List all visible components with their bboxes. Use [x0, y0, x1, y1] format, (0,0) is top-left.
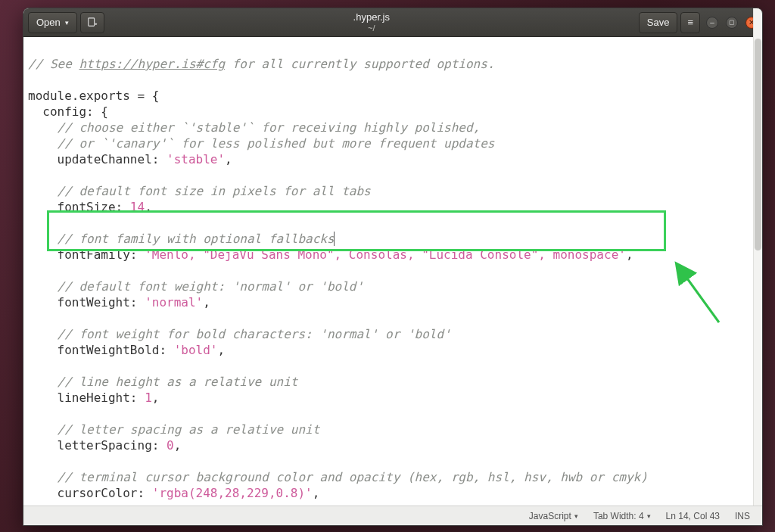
- open-button[interactable]: Open ▾: [28, 12, 77, 33]
- code-line: // default font weight: 'normal' or 'bol…: [28, 279, 363, 294]
- code-line: module.exports = {: [28, 89, 159, 103]
- language-selector[interactable]: JavaScript ▾: [524, 511, 583, 521]
- code-line: // terminal cursor background color and …: [28, 470, 648, 484]
- new-document-icon: [87, 17, 98, 28]
- scrollbar-thumb[interactable]: [755, 39, 761, 250]
- new-document-button[interactable]: [80, 12, 104, 33]
- code-line: updateChannel: 'stable',: [28, 152, 232, 166]
- code-line: // font weight for bold characters: 'nor…: [28, 327, 451, 341]
- maximize-button[interactable]: ▢: [726, 17, 738, 29]
- code-line: fontWeightBold: 'bold',: [28, 343, 225, 357]
- cursor-label: Ln 14, Col 43: [666, 511, 720, 521]
- code-line: fontSize: 14,: [28, 200, 152, 214]
- save-label: Save: [647, 17, 670, 28]
- chevron-down-icon: ▾: [65, 19, 69, 26]
- code-line: // default font size in pixels for all t…: [28, 184, 371, 198]
- tabwidth-label: Tab Width: 4: [593, 511, 644, 521]
- chevron-down-icon: ▾: [647, 512, 651, 520]
- code-line: // font family with optional fallbacks: [28, 232, 335, 246]
- language-label: JavaScript: [529, 511, 571, 521]
- tabwidth-selector[interactable]: Tab Width: 4 ▾: [589, 511, 655, 521]
- filename: .hyper.js: [104, 12, 639, 23]
- code-line: // line height as a relative unit: [28, 375, 297, 389]
- svg-rect-0: [89, 17, 95, 26]
- code-line: letterSpacing: 0,: [28, 438, 181, 453]
- chevron-down-icon: ▾: [574, 512, 578, 520]
- code-line: fontFamily: 'Menlo, "DejaVu Sans Mono", …: [28, 247, 633, 262]
- window-title: .hyper.js ~/: [104, 12, 639, 32]
- hamburger-menu-button[interactable]: ≡: [680, 12, 700, 33]
- editor-window: Open ▾ .hyper.js ~/ Save ≡ – ▢ ✕ // See …: [23, 8, 763, 526]
- maximize-icon: ▢: [729, 19, 735, 26]
- code-line: cursorColor: 'rgba(248,28,229,0.8)',: [28, 486, 319, 500]
- code-line: config: {: [28, 104, 108, 119]
- code-line: // choose either `'stable'` for receivin…: [28, 120, 480, 135]
- save-button[interactable]: Save: [639, 12, 678, 33]
- code-line: lineHeight: 1,: [28, 390, 159, 405]
- code-line: // or `'canary'` for less polished but m…: [28, 136, 495, 151]
- code-line: // See https://hyper.is#cfg for all curr…: [28, 57, 495, 71]
- minimize-button[interactable]: –: [706, 17, 718, 29]
- text-cursor: [334, 232, 335, 246]
- mode-label: INS: [735, 511, 750, 521]
- code-line: // letter spacing as a relative unit: [28, 422, 319, 437]
- open-label: Open: [36, 17, 61, 28]
- code-editor[interactable]: // See https://hyper.is#cfg for all curr…: [23, 37, 762, 506]
- window-controls: – ▢ ✕: [706, 17, 758, 29]
- insert-mode[interactable]: INS: [730, 511, 755, 521]
- filepath: ~/: [104, 23, 639, 33]
- vertical-scrollbar[interactable]: [753, 8, 762, 506]
- minimize-icon: –: [710, 18, 714, 26]
- code-line: fontWeight: 'normal',: [28, 295, 210, 310]
- cursor-position[interactable]: Ln 14, Col 43: [661, 511, 724, 521]
- statusbar: JavaScript ▾ Tab Width: 4 ▾ Ln 14, Col 4…: [23, 506, 762, 525]
- titlebar: Open ▾ .hyper.js ~/ Save ≡ – ▢ ✕: [23, 8, 762, 37]
- hamburger-icon: ≡: [687, 17, 693, 28]
